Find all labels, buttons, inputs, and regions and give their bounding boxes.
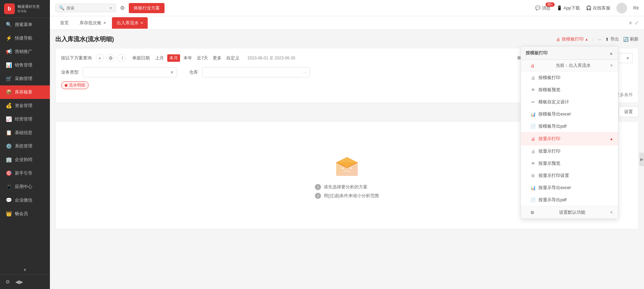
trial-button[interactable]: 体验行业方案 [129, 3, 165, 13]
dropdown-chevron-up-icon[interactable]: ▲ [609, 51, 613, 56]
step-2-num: 2 [315, 193, 321, 199]
tab-home[interactable]: 首页 [55, 17, 74, 29]
design-icon: ✏ [530, 99, 536, 105]
sidebar-logo: b 畅捷通好生意 标准版 [0, 0, 50, 18]
svg-point-5 [350, 167, 352, 169]
wechat-icon: 💬 [5, 197, 12, 203]
date-tab-last-month[interactable]: 上月 [154, 54, 165, 62]
app-version: 标准版 [18, 9, 40, 14]
logo-icon: b [4, 3, 15, 14]
svg-point-4 [342, 167, 344, 169]
dropdown-item-template-pdf[interactable]: 📄 按模板导出pdf [521, 120, 618, 132]
customer-service-btn[interactable]: 🎧 在线客服 [586, 5, 610, 11]
sidebar-item-wechat[interactable]: 💬 企业微信 [0, 193, 50, 207]
dropdown-display-section-header: 🖨 按显示打印 ▲ [521, 132, 618, 145]
sidebar-item-shortcut[interactable]: ⚡ 快捷导航 [0, 31, 50, 45]
sidebar-item-search[interactable]: 🔍 搜索菜单 [0, 18, 50, 31]
sidebar-item-operations[interactable]: 📈 经营管理 [0, 112, 50, 126]
sidebar-bottom: ⚙ ◀▶ [0, 274, 50, 289]
business-type-select[interactable]: ▼ [83, 67, 177, 77]
dropdown-item-template-excel[interactable]: 📊 按模板导出excel [521, 108, 618, 120]
tab-flow-close[interactable]: × [141, 20, 143, 25]
doc-type-select-arrow: ▼ [625, 56, 630, 61]
pdf-icon: 📄 [530, 197, 536, 203]
sidebar-item-inventory[interactable]: 📦 库存核算 [0, 85, 50, 99]
settings-gear-icon[interactable]: ⚙ [120, 5, 125, 11]
sidebar-scroll-down[interactable]: ▼ [0, 265, 50, 274]
window-close-btn[interactable]: ✕ [628, 20, 633, 26]
dropdown-item-template-custom[interactable]: ✏ 模板自定义设计 [521, 96, 618, 108]
sidebar-item-label: 系统管理 [15, 143, 32, 149]
sidebar-item-label: 基础信息 [15, 130, 32, 136]
add-filter-btn[interactable]: + [96, 54, 104, 62]
search-dropdown-icon[interactable]: ▼ [109, 6, 113, 10]
sidebar-item-guide[interactable]: 🎯 新手引导 [0, 166, 50, 180]
sidebar-item-app-center[interactable]: 📱 应用中心 [0, 180, 50, 193]
sidebar-item-basic[interactable]: 📋 基础信息 [0, 126, 50, 139]
finance-icon: 💰 [5, 103, 12, 109]
window-maximize-btn[interactable]: ⤢ [635, 20, 639, 26]
warehouse-select[interactable]: ··· [202, 67, 310, 77]
filter-settings-btn[interactable]: ⚙ [107, 54, 115, 62]
print-icon: 🖨 [556, 37, 560, 42]
date-tab-this-year[interactable]: 本年 [182, 54, 194, 62]
date-tab-this-month[interactable]: 本月 [167, 54, 180, 62]
header-search-box[interactable]: 🔍 ▼ [55, 4, 116, 12]
dropdown-item-display-print[interactable]: 🖨 按显示打印 [521, 145, 618, 157]
date-tab-more[interactable]: 更多 [211, 54, 223, 62]
sidebar-item-label: 新手引导 [15, 170, 32, 176]
sidebar-item-label: 企业协同 [15, 157, 32, 163]
right-collapse-handle[interactable]: ▶ [639, 153, 644, 166]
dropdown-item-display-excel[interactable]: 📊 按显示导出excel [521, 182, 618, 194]
dropdown-item-template-preview[interactable]: 👁 按模板预览 [521, 84, 618, 96]
app-name: 畅捷通好生意 [18, 4, 40, 9]
purchase-icon: 🛒 [5, 76, 12, 82]
dropdown-item-template-print[interactable]: 🖨 按模板打印 [521, 72, 618, 84]
filter-collapse-btn[interactable]: 《 [117, 54, 125, 62]
dropdown-current-arrow: ▼ [610, 63, 613, 68]
dropdown-footer-settings[interactable]: ⚙ 设置默认功能 ▼ [521, 206, 618, 218]
print-icon: 🖨 [530, 149, 536, 154]
notification-btn[interactable]: 💬 消息 99+ [535, 5, 551, 11]
dropdown-header: 按模板打印 ▲ [521, 47, 618, 60]
app-download-btn[interactable]: 📱 App下载 [557, 5, 580, 11]
dropdown-current-item[interactable]: 🖨 当前：出入库流水 ▼ [521, 60, 618, 72]
header-right: 💬 消息 99+ 📱 App下载 🎧 在线客服 Rit [535, 3, 639, 14]
sidebar-item-system[interactable]: ⚙️ 系统管理 [0, 139, 50, 153]
date-tab-7days[interactable]: 近7天 [196, 54, 209, 62]
export-btn[interactable]: ⬆ 导出 [605, 36, 619, 42]
collapse-sidebar-icon[interactable]: ◀▶ [15, 279, 23, 285]
dropdown-item-label: 按模板导出pdf [538, 123, 566, 129]
step-1-text: 请先选择要分析的方案 [324, 184, 368, 190]
sidebar-item-enterprise[interactable]: 🏢 企业协同 [0, 153, 50, 166]
sidebar-item-marketing[interactable]: 📢 营销推广 [0, 45, 50, 58]
dropdown-item-display-preview[interactable]: 👁 按显示预览 [521, 157, 618, 169]
dropdown-item-display-pdf[interactable]: 📄 按显示导出pdf [521, 194, 618, 206]
setting-button[interactable]: 设置 [618, 106, 639, 117]
more-actions-btn[interactable]: ··· [597, 37, 601, 42]
tab-batch-account-close[interactable]: × [104, 20, 106, 25]
sidebar-item-purchase[interactable]: 🛒 采购管理 [0, 72, 50, 85]
sidebar-item-sales[interactable]: 📊 销售管理 [0, 58, 50, 72]
dropdown-item-label: 按模板打印 [538, 75, 560, 81]
sidebar-item-label: 快捷导航 [15, 35, 32, 41]
refresh-btn[interactable]: 🔄 刷新 [623, 36, 639, 42]
business-type-label: 业务类型 [61, 69, 79, 75]
filter-scheme-label: 按以下方案查询 [61, 55, 92, 61]
sidebar-item-member[interactable]: 👑 畅会员 [0, 207, 50, 220]
search-input[interactable] [66, 6, 107, 10]
empty-steps: 1 请先选择要分析的方案 2 用[过滤]条件来缩小分析范围 [315, 184, 379, 199]
tab-batch-account[interactable]: 库存批次账 × [75, 17, 111, 29]
sub-filter-label: 流水明细 [69, 82, 85, 88]
dropdown-item-label: 按显示导出excel [538, 185, 570, 191]
main-content: 🔍 ▼ ⚙ 体验行业方案 💬 消息 99+ 📱 App下载 🎧 在线客服 Rit [50, 0, 644, 289]
app-download-label: App下载 [563, 5, 580, 11]
date-tab-custom[interactable]: 自定义 [225, 54, 241, 62]
sidebar-item-finance[interactable]: 💰 资金管理 [0, 99, 50, 112]
dropdown-item-display-settings[interactable]: ⚙ 按显示打印设置 [521, 169, 618, 182]
settings-icon[interactable]: ⚙ [5, 279, 10, 285]
sub-filter-tag[interactable]: 流水明细 [61, 81, 89, 89]
tab-flow[interactable]: 出入库流水 × [112, 17, 148, 29]
user-avatar[interactable] [616, 3, 627, 14]
print-dropdown-btn[interactable]: 🖨 按模板打印 ▲ [556, 36, 588, 42]
